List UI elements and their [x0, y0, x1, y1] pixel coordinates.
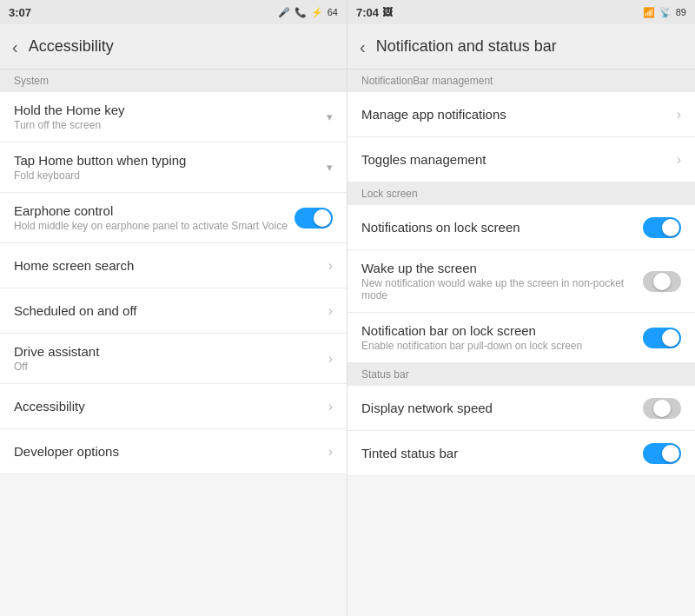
- manage-app-notifications-content: Manage app notifications: [361, 107, 670, 122]
- hold-home-key-content: Hold the Home key Turn off the screen: [14, 103, 327, 131]
- right-status-bar: 7:04 🖼 📶 📡 89: [348, 0, 695, 24]
- list-item-notifications-lock-screen[interactable]: Notifications on lock screen: [348, 205, 695, 250]
- tinted-status-bar-content: Tinted status bar: [361, 446, 643, 460]
- list-item-home-screen-search[interactable]: Home screen search ›: [0, 243, 347, 288]
- wake-up-screen-toggle-thumb: [653, 273, 671, 290]
- tinted-status-bar-toggle-thumb: [662, 445, 679, 462]
- signal-icon: 📡: [659, 7, 672, 18]
- drive-assistant-content: Drive assistant Off: [14, 344, 321, 373]
- notifications-lock-screen-toggle[interactable]: [643, 217, 681, 238]
- right-section-lock-screen: Lock screen: [348, 182, 695, 205]
- list-item-wake-up-screen[interactable]: Wake up the screen New notification woul…: [348, 250, 695, 313]
- home-screen-search-content: Home screen search: [14, 258, 321, 273]
- list-item-display-network-speed[interactable]: Display network speed: [348, 386, 695, 431]
- tap-home-typing-dropdown-icon: ▾: [327, 161, 333, 174]
- left-header-title: Accessibility: [29, 37, 114, 56]
- display-network-speed-toggle-thumb: [653, 400, 671, 417]
- tinted-status-bar-toggle[interactable]: [643, 443, 681, 464]
- tap-home-typing-title: Tap Home button when typing: [14, 153, 327, 168]
- list-item-developer-options[interactable]: Developer options ›: [0, 429, 347, 474]
- wifi-icon: 📶: [643, 7, 655, 18]
- battery-right: 89: [676, 7, 686, 17]
- left-status-time: 3:07: [9, 6, 31, 19]
- list-item-notification-bar-lock-screen[interactable]: Notification bar on lock screen Enable n…: [348, 313, 695, 363]
- earphone-control-content: Earphone control Hold middle key on earp…: [14, 203, 295, 232]
- wake-up-screen-subtitle: New notification would wake up the scree…: [361, 277, 643, 301]
- wake-up-screen-title: Wake up the screen: [361, 261, 643, 275]
- right-header-title: Notification and status bar: [376, 37, 557, 56]
- tap-home-typing-content: Tap Home button when typing Fold keyboar…: [14, 153, 327, 182]
- manage-app-notifications-chevron-icon: ›: [677, 107, 681, 123]
- right-panel: 7:04 🖼 📶 📡 89 ‹ Notification and status …: [348, 0, 695, 616]
- home-screen-search-title: Home screen search: [14, 258, 321, 273]
- list-item-toggles-management[interactable]: Toggles management ›: [348, 137, 695, 182]
- list-item-manage-app-notifications[interactable]: Manage app notifications ›: [348, 92, 695, 137]
- left-panel: 3:07 🎤 📞 ⚡ 64 ‹ Accessibility System Hol…: [0, 0, 348, 616]
- developer-options-chevron-icon: ›: [328, 444, 333, 460]
- photo-icon: 🖼: [382, 6, 393, 18]
- hold-home-key-dropdown-icon: ▾: [327, 110, 333, 123]
- tinted-status-bar-toggle-track: [643, 443, 681, 464]
- left-header: ‹ Accessibility: [0, 24, 347, 70]
- display-network-speed-toggle[interactable]: [643, 398, 681, 419]
- notification-bar-lock-screen-toggle-track: [643, 328, 681, 348]
- notifications-lock-screen-toggle-track: [643, 217, 681, 238]
- right-status-icons: 📶 📡 89: [643, 7, 686, 18]
- toggles-management-title: Toggles management: [361, 152, 670, 167]
- tinted-status-bar-title: Tinted status bar: [361, 446, 643, 460]
- right-section-status-bar: Status bar: [348, 363, 695, 386]
- earphone-control-toggle[interactable]: [295, 208, 333, 229]
- toggles-management-content: Toggles management: [361, 152, 670, 167]
- right-status-time: 7:04 🖼: [356, 6, 393, 19]
- notifications-lock-screen-title: Notifications on lock screen: [361, 220, 643, 235]
- charging-icon: ⚡: [311, 7, 323, 18]
- scheduled-on-off-chevron-icon: ›: [328, 303, 333, 319]
- display-network-speed-toggle-track: [643, 398, 681, 419]
- accessibility-title: Accessibility: [14, 399, 321, 414]
- list-item-accessibility[interactable]: Accessibility ›: [0, 384, 347, 429]
- right-header: ‹ Notification and status bar: [348, 24, 695, 70]
- list-item-drive-assistant[interactable]: Drive assistant Off ›: [0, 334, 347, 384]
- hold-home-key-subtitle: Turn off the screen: [14, 119, 327, 131]
- earphone-control-title: Earphone control: [14, 203, 295, 218]
- mic-icon: 🎤: [278, 7, 290, 18]
- left-section-system: System: [0, 70, 347, 92]
- right-scroll-content: NotificationBar management Manage app no…: [348, 70, 695, 616]
- drive-assistant-title: Drive assistant: [14, 344, 321, 359]
- earphone-control-subtitle: Hold middle key on earphone panel to act…: [14, 220, 295, 232]
- phone-icon: 📞: [295, 7, 307, 18]
- time-left: 3:07: [9, 6, 31, 19]
- earphone-control-toggle-thumb: [314, 209, 331, 227]
- list-item-tinted-status-bar[interactable]: Tinted status bar: [348, 431, 695, 476]
- display-network-speed-content: Display network speed: [361, 401, 643, 415]
- notifications-lock-screen-content: Notifications on lock screen: [361, 220, 643, 235]
- notification-bar-lock-screen-toggle[interactable]: [643, 328, 681, 348]
- left-back-button[interactable]: ‹: [12, 38, 18, 56]
- developer-options-title: Developer options: [14, 444, 321, 459]
- right-section-notificationbar: NotificationBar management: [348, 70, 695, 92]
- toggles-management-chevron-icon: ›: [677, 152, 681, 168]
- earphone-control-toggle-track: [295, 208, 333, 229]
- left-scroll-content: System Hold the Home key Turn off the sc…: [0, 70, 347, 616]
- list-item-hold-home-key[interactable]: Hold the Home key Turn off the screen ▾: [0, 92, 347, 142]
- notification-bar-lock-screen-title: Notification bar on lock screen: [361, 323, 643, 338]
- drive-assistant-subtitle: Off: [14, 361, 321, 373]
- display-network-speed-title: Display network speed: [361, 401, 643, 415]
- list-item-tap-home-typing[interactable]: Tap Home button when typing Fold keyboar…: [0, 142, 347, 193]
- scheduled-on-off-content: Scheduled on and off: [14, 303, 321, 318]
- scheduled-on-off-title: Scheduled on and off: [14, 303, 321, 318]
- hold-home-key-title: Hold the Home key: [14, 103, 327, 117]
- list-item-earphone-control[interactable]: Earphone control Hold middle key on earp…: [0, 193, 347, 243]
- developer-options-content: Developer options: [14, 444, 321, 459]
- accessibility-chevron-icon: ›: [328, 399, 333, 414]
- time-right: 7:04: [356, 6, 379, 19]
- right-back-button[interactable]: ‹: [360, 38, 366, 56]
- wake-up-screen-toggle[interactable]: [643, 271, 681, 292]
- wake-up-screen-toggle-track: [643, 271, 681, 292]
- list-item-scheduled-on-off[interactable]: Scheduled on and off ›: [0, 288, 347, 334]
- wake-up-screen-content: Wake up the screen New notification woul…: [361, 261, 643, 301]
- drive-assistant-chevron-icon: ›: [328, 351, 333, 367]
- notification-bar-lock-screen-subtitle: Enable notification bar pull-down on loc…: [361, 340, 643, 352]
- tap-home-typing-subtitle: Fold keyboard: [14, 169, 327, 182]
- notification-bar-lock-screen-toggle-thumb: [662, 329, 679, 347]
